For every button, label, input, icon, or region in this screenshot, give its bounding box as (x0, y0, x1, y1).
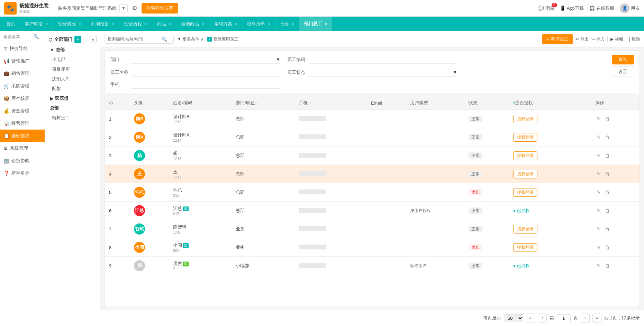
export-button[interactable]: ↩ 导出 (575, 36, 589, 42)
edit-button[interactable]: ✎ (595, 134, 602, 141)
tab-goods[interactable]: 商品 × (152, 17, 176, 31)
close-profit-tab[interactable]: × (112, 22, 114, 26)
close-customer-tab[interactable]: × (46, 22, 48, 26)
page-size-select[interactable]: 50 100 200 (504, 314, 523, 322)
col-settings[interactable]: ⚙ (105, 96, 130, 110)
edit-button[interactable]: ✎ (595, 170, 602, 177)
delete-button[interactable]: 🗑 (604, 134, 611, 141)
quick-nav-label: 快捷导航 (10, 45, 28, 52)
more-filters-button[interactable]: ▼ 更多条件 ∧ (177, 36, 204, 42)
tab-new-goods[interactable]: 新增商品 × (176, 17, 209, 31)
next-page-button[interactable]: › (581, 314, 590, 323)
auth-login-button[interactable]: 授权登录 (513, 115, 537, 123)
close-history-tab[interactable]: × (145, 22, 147, 26)
dept-item-project[interactable]: 项目库房 (45, 64, 100, 74)
edit-button[interactable]: ✎ (595, 244, 602, 251)
close-new-goods-tab[interactable]: × (202, 22, 204, 26)
dept-add-button[interactable]: + (74, 36, 81, 43)
emp-code: 1216 (173, 230, 227, 234)
dept-item-distribution[interactable]: 配货 (45, 84, 100, 94)
dept-item-tree-planter[interactable]: 植树王二 (45, 113, 100, 123)
auth-login-button[interactable]: 授权登录 (513, 243, 537, 252)
import-button[interactable]: ↪ 导入 (591, 36, 605, 42)
close-goods-tab[interactable]: × (169, 22, 171, 26)
dept-group-double-deer[interactable]: ▶ 双鹿想 (45, 94, 100, 103)
edit-button[interactable]: ✎ (595, 115, 602, 122)
sidebar-item-inventory[interactable]: 📦 库存核算 (0, 92, 45, 105)
edit-button[interactable]: ✎ (595, 207, 602, 214)
sidebar-item-purchase[interactable]: 🛒 采购管理 (0, 80, 45, 92)
tab-history[interactable]: 经营历程 × (119, 17, 152, 31)
user-item[interactable]: 👤 用友 (620, 3, 640, 13)
gear-button[interactable]: ⚙ (130, 4, 139, 12)
dept-item-shenyang[interactable]: 沈阳大库 (45, 74, 100, 84)
sidebar-item-ops[interactable]: 📊 经营管理 (0, 117, 45, 130)
sidebar-item-finance[interactable]: 💰 资金管理 (0, 105, 45, 117)
delete-button[interactable]: 🗑 (604, 115, 611, 122)
last-page-button[interactable]: » (592, 314, 601, 323)
sidebar-item-sales[interactable]: 💼 销售管理 (0, 67, 45, 80)
close-barcode-tab[interactable]: × (235, 22, 237, 26)
sidebar-item-basic[interactable]: 📋 基础信息 (0, 130, 45, 142)
tab-profit[interactable]: 利润报告 × (86, 17, 119, 31)
dept-group-hq2[interactable]: 总部 (45, 103, 100, 113)
dept-filter-select[interactable]: ▼ (131, 55, 280, 64)
tab-home[interactable]: 首页 (1, 17, 20, 31)
phone-filter-input[interactable] (131, 80, 280, 89)
dept-group-headquarters[interactable]: ▼ 总部 (45, 45, 100, 55)
auth-login-button[interactable]: 授权登录 (513, 170, 537, 178)
app-download-item[interactable]: 📱 App下载 (560, 5, 584, 11)
video-button[interactable]: ▶ 视频 (610, 36, 623, 42)
sidebar-search-input[interactable] (3, 34, 31, 39)
trial-button[interactable]: 体验行业方案 (142, 3, 178, 14)
sidebar-item-system[interactable]: ⚙ 系统管理 (0, 142, 45, 155)
tab-warehouse[interactable]: 仓库 × (275, 17, 299, 31)
edit-button[interactable]: ✎ (595, 152, 602, 159)
system-dropdown-button[interactable]: ▼ (119, 4, 128, 12)
auth-login-button[interactable]: 授权登录 (513, 133, 537, 142)
delete-button[interactable]: 🗑 (604, 152, 611, 159)
auth-login-button[interactable]: 授权登录 (513, 225, 537, 234)
empstatus-filter-select[interactable]: ▼ (309, 68, 457, 77)
tab-customer[interactable]: 客户联络 × (20, 17, 53, 31)
tab-barcode[interactable]: 条码方案 × (209, 17, 242, 31)
tab-bom[interactable]: 物料清单 × (242, 17, 275, 31)
query-button[interactable]: 查询 (612, 55, 634, 64)
edit-button[interactable]: ✎ (595, 262, 602, 269)
sidebar-item-enterprise[interactable]: 🏢 企业协同 (0, 155, 45, 167)
auth-login-button[interactable]: 授权登录 (513, 151, 537, 160)
first-page-button[interactable]: « (526, 314, 535, 323)
online-service-item[interactable]: 🎧 在线客服 (589, 5, 614, 11)
show-resigned-checkbox[interactable]: ✓ (207, 37, 212, 42)
close-operations-tab[interactable]: × (79, 22, 81, 26)
message-item[interactable]: 💬 消息 6 (538, 5, 554, 11)
delete-button[interactable]: 🗑 (604, 244, 611, 251)
sidebar-item-quick-nav[interactable]: ⊡ 快捷导航 (0, 42, 45, 55)
dept-item-small-elec[interactable]: 小电部 (45, 55, 100, 64)
empname-filter-input[interactable] (132, 68, 280, 77)
close-bom-tab[interactable]: × (268, 22, 270, 26)
delete-button[interactable]: 🗑 (604, 226, 611, 232)
help-button[interactable]: | 帮助 (629, 36, 640, 42)
tab-dept-emp[interactable]: 部门员工 × (299, 17, 332, 31)
tab-warehouse-label: 仓库 (280, 21, 289, 27)
edit-button[interactable]: ✎ (595, 226, 602, 232)
delete-button[interactable]: 🗑 (604, 170, 611, 177)
close-dept-emp-tab[interactable]: × (325, 22, 327, 26)
sidebar-item-guide[interactable]: ❓ 新手引导 (0, 167, 45, 179)
dept-collapse-button[interactable]: « (90, 36, 97, 43)
reset-button[interactable]: 设置 (612, 67, 634, 77)
empcode-filter-input[interactable] (309, 55, 457, 64)
add-employee-button[interactable]: + 新增员工 (542, 34, 573, 44)
delete-button[interactable]: 🗑 (604, 262, 611, 269)
delete-button[interactable]: 🗑 (604, 207, 611, 214)
edit-button[interactable]: ✎ (595, 189, 602, 196)
sidebar-item-marketing[interactable]: 📢 营销推广 (0, 55, 45, 67)
auth-login-button[interactable]: 授权登录 (513, 188, 537, 197)
close-warehouse-tab[interactable]: × (292, 22, 294, 26)
delete-button[interactable]: 🗑 (604, 189, 611, 196)
prev-page-button[interactable]: ‹ (538, 314, 547, 323)
tab-operations[interactable]: 经营情况 × (53, 17, 86, 31)
search-input[interactable] (108, 37, 160, 42)
page-input[interactable] (557, 314, 571, 322)
